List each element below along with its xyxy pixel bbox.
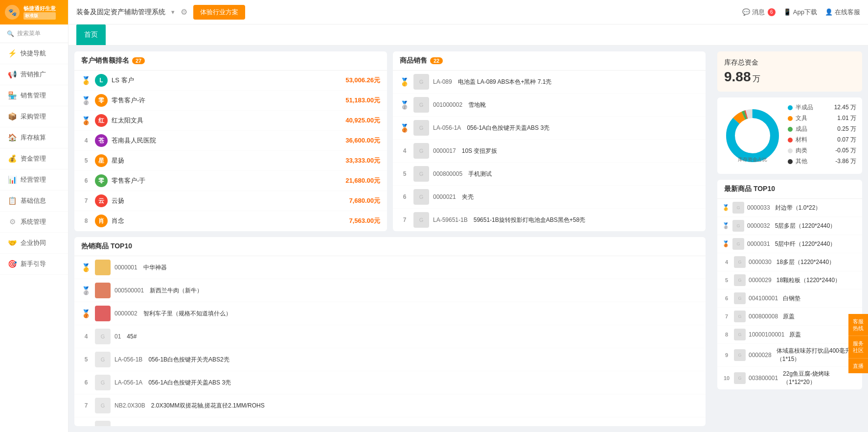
- new-prod-code: 0000032: [747, 222, 770, 229]
- sidebar-item-basicinfo[interactable]: 📋 基础信息: [0, 191, 68, 212]
- rank-name: 红太阳文具: [112, 116, 342, 125]
- cs-widget-button[interactable]: 直播: [848, 359, 868, 373]
- newest-product-row: 10 G 003800001 22g鱼豆腐-烧烤味（1*12*20）: [717, 367, 862, 389]
- legend-value: 1.01 万: [837, 114, 856, 122]
- messages-label: 消息: [752, 8, 765, 17]
- nav-label-finance: 资金管理: [21, 154, 46, 163]
- new-prod-code: 0000029: [749, 277, 772, 284]
- newest-product-row: 7 G 000800008 原盖: [717, 308, 862, 326]
- prod-icon: G: [413, 212, 429, 228]
- customer-ranking-title: 客户销售额排名: [81, 56, 129, 65]
- legend-item: 文具 1.01 万: [788, 114, 856, 122]
- nav-icon-operations: 📊: [8, 175, 17, 184]
- hot-products-list: 🥇 0000001 中华神器 🥈 000500001 新西兰牛肉（新牛） 🥉 0…: [74, 256, 706, 426]
- sidebar-item-sysadmin[interactable]: ⚙ 系统管理: [0, 212, 68, 233]
- hot-prod-medal: 🥈: [81, 286, 91, 295]
- new-prod-name: 白钢垫: [783, 294, 857, 303]
- system-dropdown-icon[interactable]: ▾: [171, 8, 175, 16]
- hot-prod-num: 8: [81, 425, 91, 426]
- messages-button[interactable]: 💬 消息 6: [742, 8, 776, 17]
- prod-name: 10S 变扭罗扳: [462, 147, 699, 155]
- sidebar-item-purchase[interactable]: 📦 采购管理: [0, 106, 68, 127]
- nav-label-purchase: 采购管理: [21, 112, 46, 121]
- nav-label-newbie: 新手引导: [21, 260, 46, 268]
- hot-product-row: 🥉 0000002 智利车子里（规格不知道填什么）: [74, 302, 706, 325]
- prod-name: 雪地靴: [468, 101, 699, 109]
- sidebar-item-finance[interactable]: 💰 资金管理: [0, 148, 68, 169]
- new-prod-name: 22g鱼豆腐-烧烤味（1*12*20）: [783, 370, 857, 386]
- trial-button[interactable]: 体验行业方案: [193, 5, 245, 20]
- new-prod-num: 5: [722, 277, 731, 283]
- table-row: 4 苍 苍南县人民医院 36,600.00元: [74, 131, 387, 151]
- nav-icon-corpcolab: 🤝: [8, 239, 17, 247]
- sidebar-item-corpcolab[interactable]: 🤝 企业协同: [0, 233, 68, 254]
- nav-label-inventory: 库存核算: [21, 133, 46, 142]
- inventory-legend: 半成品 12.45 万 文具 1.01 万 成品 0.25 万 材料 0.07 …: [788, 103, 856, 168]
- hot-product-row: 🥈 000500001 新西兰牛肉（新牛）: [74, 279, 706, 302]
- search-menu[interactable]: 🔍 搜索菜单: [0, 24, 68, 43]
- rank-avatar: 红: [95, 114, 108, 127]
- main-nav: ⚡ 快捷导航📢 营销推广🏪 销售管理📦 采购管理🏠 库存核算💰 资金管理📊 经营…: [0, 43, 68, 432]
- cs-widget-button[interactable]: 客服热线: [848, 314, 868, 336]
- settings-icon[interactable]: ⚙: [181, 7, 187, 17]
- newest-product-row: 🥈 G 0000032 5层多层（1220*2440）: [717, 217, 862, 235]
- nav-icon-basicinfo: 📋: [8, 196, 17, 205]
- new-prod-icon: G: [734, 372, 746, 384]
- rank-name: 星扬: [112, 156, 342, 165]
- prod-icon: G: [413, 97, 429, 113]
- rank-name: 云扬: [112, 196, 345, 205]
- main-area: 装备及固定资产辅助管理系统 ▾ ⚙ 体验行业方案 💬 消息 6 📱 App下载 …: [69, 0, 868, 432]
- sidebar-item-inventory[interactable]: 🏠 库存核算: [0, 127, 68, 148]
- product-row: 6 G 0000021 夹壳: [393, 186, 706, 209]
- nav-icon-newbie: 🎯: [8, 260, 17, 268]
- rank-amount: 53,006.26元: [345, 76, 380, 85]
- legend-dot: [788, 148, 793, 153]
- hot-prod-name: 2.0X30MM双搓花轴,搓花直径2.1MM/ROHS: [151, 402, 699, 410]
- legend-name: 成品: [796, 125, 834, 133]
- legend-value: -0.05 万: [835, 146, 856, 155]
- cs-widget: 客服热线服务社区直播: [848, 314, 868, 373]
- legend-item: 成品 0.25 万: [788, 125, 856, 133]
- prod-name: 电池盖 LA-089 ABS本色+黑种 7.1壳: [458, 78, 699, 86]
- system-title: 装备及固定资产辅助管理系统: [76, 8, 165, 17]
- nav-label-basicinfo: 基础信息: [21, 196, 46, 205]
- rank-avatar: 苍: [95, 134, 108, 147]
- customer-ranking-badge: 27: [132, 57, 145, 64]
- rank-amount: 51,183.00元: [345, 96, 380, 105]
- left-panel: 客户销售额排名 27 🥇 L LS 客户 53,006.26元 🥈 零 零售客户…: [69, 46, 711, 432]
- prod-name: 手机测试: [468, 170, 699, 178]
- rank-name: 肖念: [112, 216, 345, 225]
- cs-widget-button[interactable]: 服务社区: [848, 336, 868, 359]
- table-row: 7 云 云扬 7,680.00元: [74, 191, 387, 211]
- new-prod-icon: G: [734, 349, 746, 361]
- hot-prod-image: [95, 283, 111, 298]
- sidebar-item-sales[interactable]: 🏪 销售管理: [0, 85, 68, 106]
- prod-code: 0000021: [433, 193, 456, 200]
- new-prod-name: 5层中纤（1220*2440）: [775, 240, 857, 248]
- legend-dot: [788, 159, 793, 164]
- online-service-button[interactable]: 👤 在线客服: [825, 8, 860, 17]
- rank-number: 4: [81, 137, 91, 144]
- chart-row: 库存资金占比 半成品 12.45 万 文具 1.01 万 成品 0.25 万 材…: [723, 103, 856, 168]
- legend-value: 12.45 万: [834, 103, 856, 112]
- sidebar-item-newbie[interactable]: 🎯 新手引导: [0, 254, 68, 275]
- sidebar-item-quicknav[interactable]: ⚡ 快捷导航: [0, 43, 68, 64]
- newest-product-row: 🥉 G 0000031 5层中纤（1220*2440）: [717, 235, 862, 253]
- sidebar-item-operations[interactable]: 📊 经营管理: [0, 169, 68, 191]
- sidebar: 🐾 畅捷通好生意 标准版 🔍 搜索菜单 ⚡ 快捷导航📢 营销推广🏪 销售管理📦 …: [0, 0, 69, 432]
- app-download-button[interactable]: 📱 App下载: [783, 8, 817, 17]
- nav-label-sales: 销售管理: [21, 91, 46, 100]
- app-title: 畅捷通好生意: [23, 5, 56, 12]
- newest-products-header: 最新商品 TOP10: [717, 180, 862, 199]
- prod-code: LA-056-1A: [433, 124, 461, 131]
- prod-num: 6: [400, 193, 410, 200]
- new-prod-code: 003800001: [749, 375, 778, 382]
- sidebar-item-marketing[interactable]: 📢 营销推广: [0, 64, 68, 85]
- rank-avatar: 零: [95, 174, 108, 187]
- tab-home[interactable]: 首页: [76, 24, 106, 45]
- hot-prod-name: 新西兰牛肉（新牛）: [150, 287, 699, 295]
- rank-medal: 🥇: [81, 76, 91, 85]
- prod-icon: G: [413, 143, 429, 159]
- prod-num: 7: [400, 216, 410, 223]
- new-prod-name: 5层多层（1220*2440）: [775, 222, 857, 230]
